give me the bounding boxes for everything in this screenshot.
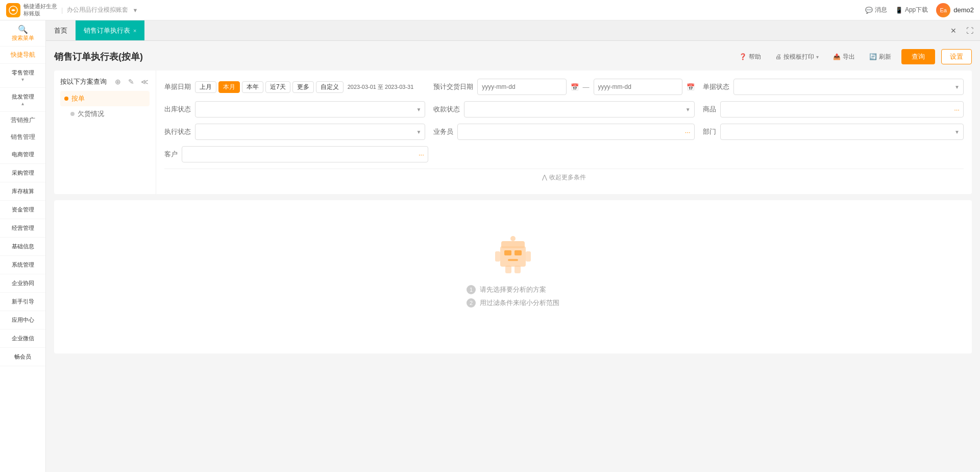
customer-dots-btn[interactable]: ··· [419,151,424,158]
app-download-btn[interactable]: 📱 App下载 [895,6,928,14]
svg-rect-2 [504,250,511,255]
user-area[interactable]: Ea demo2 [936,3,974,17]
quick-custom[interactable]: 自定义 [316,81,344,93]
execution-status-select[interactable] [195,124,425,140]
logo-icon [6,3,20,17]
quick-this-year[interactable]: 本年 [242,81,263,93]
tab-close-window-btn[interactable]: ✕ [947,25,960,37]
tree-item-shortage[interactable]: 欠货情况 [60,106,150,122]
tab-bar-actions: ✕ ⛶ [947,25,980,37]
filter-row-2: 出库状态 ▼ 收款状态 [164,101,964,117]
expected-date-group: 预计交货日期 📅 — 📅 [433,79,694,95]
collection-status-label: 收款状态 [433,105,460,114]
single-date-group: 单据日期 上月 本月 本年 近7天 更多 自定义 2023-03-01 至 20… [164,81,425,93]
left-query-panel: 按以下方案查询 ⊕ ✎ ≪ 按单 欠货情况 [54,70,156,194]
logo-text: 畅捷通好生意 标账版 [23,3,57,16]
single-status-control: ▼ [733,79,964,95]
salesperson-control: ··· [457,124,694,140]
tip-num-2: 2 [467,298,476,308]
execution-status-label: 执行状态 [164,127,191,136]
department-label: 部门 [703,127,716,136]
quick-last-month[interactable]: 上月 [195,81,216,93]
sidebar-item-sales-mgmt[interactable]: 销售管理 [0,129,45,146]
collapse-bar[interactable]: ⋀ 收起更多条件 [164,169,964,186]
export-btn[interactable]: 📤 导出 [829,51,859,63]
empty-tip-2: 2 用过滤条件来缩小分析范围 [467,298,559,308]
left-panel-header: 按以下方案查询 ⊕ ✎ ≪ [60,77,150,87]
tab-close-btn[interactable]: × [133,28,136,34]
sidebar-item-marketing[interactable]: 营销推广 [0,112,45,129]
quick-more[interactable]: 更多 [292,81,314,93]
collapse-label: 收起更多条件 [549,174,586,181]
tree-item-single[interactable]: 按单 [60,91,150,106]
tab-home[interactable]: 首页 [46,20,76,40]
date-range-display: 2023-03-01 至 2023-03-31 [348,83,414,91]
sidebar-wholesale-submenu: 营销推广 销售管理 [0,112,45,146]
breadcrumb: 办公用品行业模拟账套 [67,6,128,14]
tab-sales-exec[interactable]: 销售订单执行表 × [76,20,144,40]
print-btn[interactable]: 🖨 按模板打印 ▾ [771,51,823,63]
filter-row-1: 单据日期 上月 本月 本年 近7天 更多 自定义 2023-03-01 至 20… [164,79,964,95]
goods-group: 商品 ··· [703,101,964,117]
add-scheme-btn[interactable]: ⊕ [113,77,123,87]
sidebar-item-operation[interactable]: 经营管理 [0,219,45,238]
sidebar-item-member[interactable]: 畅会员 [0,348,45,366]
avatar: Ea [936,3,950,17]
sidebar-item-quicknav[interactable]: 快捷导航 [0,46,45,64]
delivery-status-select[interactable] [195,101,425,117]
sidebar: 🔍 搜索菜单 快捷导航 零售管理 ▾ 批发管理 ▴ 营销推广 销售管理 电商管理… [0,20,46,472]
filter-row-3: 执行状态 ▼ 业务员 ·· [164,124,964,140]
settings-btn[interactable]: 设置 [941,49,972,64]
svg-rect-5 [495,251,500,262]
sidebar-item-purchase[interactable]: 采购管理 [0,164,45,182]
page-title: 销售订单执行表(按单) [54,51,143,63]
tip-num-1: 1 [467,285,476,294]
tab-expand-btn[interactable]: ⛶ [964,25,976,37]
sidebar-item-system[interactable]: 系统管理 [0,256,45,274]
edit-scheme-btn[interactable]: ✎ [126,77,136,87]
sidebar-item-wholesale[interactable]: 批发管理 ▴ [0,88,45,112]
cal-icon-end[interactable]: 📅 [687,83,695,91]
cal-icon-start[interactable]: 📅 [571,83,579,91]
sidebar-item-retail[interactable]: 零售管理 ▾ [0,64,45,88]
query-btn[interactable]: 查询 [901,49,935,64]
sidebar-item-corpwechat[interactable]: 企业微信 [0,329,45,348]
sidebar-item-search[interactable]: 🔍 搜索菜单 [0,20,45,46]
refresh-btn[interactable]: 🔄 刷新 [865,51,895,63]
department-control: ▼ [720,124,964,140]
execution-status-control: ▼ [195,124,425,140]
sidebar-item-ecommerce[interactable]: 电商管理 [0,146,45,164]
goods-control: ··· [720,101,964,117]
single-status-select[interactable] [733,79,964,95]
sidebar-item-finance[interactable]: 资金管理 [0,201,45,219]
collection-status-control: ▼ [464,101,694,117]
goods-dots-btn[interactable]: ··· [954,106,960,113]
help-btn[interactable]: ❓ 帮助 [735,51,765,63]
sidebar-item-basic[interactable]: 基础信息 [0,238,45,256]
header-left: 畅捷通好生意 标账版 | 办公用品行业模拟账套 ▼ [6,3,138,17]
messages-btn[interactable]: 💬 消息 [865,6,887,14]
customer-group: 客户 ··· [164,146,428,162]
sidebar-item-inventory[interactable]: 库存核算 [0,182,45,201]
svg-rect-6 [526,251,531,262]
date-separator: — [583,83,590,91]
expected-date-end[interactable] [594,79,682,95]
header-right: 💬 消息 📱 App下载 Ea demo2 [865,3,974,17]
salesperson-input[interactable] [457,124,694,140]
sidebar-item-newuser[interactable]: 新手引导 [0,293,45,311]
svg-rect-9 [501,241,525,248]
salesperson-dots-btn[interactable]: ··· [685,128,691,136]
tree-dot-gray [70,112,75,116]
empty-tip-1: 1 请先选择要分析的方案 [467,285,559,294]
goods-input[interactable] [720,101,964,117]
print-icon: 🖨 [775,53,781,60]
department-select[interactable] [720,124,964,140]
sidebar-item-enterprise[interactable]: 企业协同 [0,274,45,293]
collection-status-select[interactable] [464,101,694,117]
expected-date-start[interactable] [477,79,566,95]
quick-this-month[interactable]: 本月 [218,81,240,93]
collapse-panel-btn[interactable]: ≪ [139,77,150,87]
customer-input[interactable] [182,146,428,162]
sidebar-item-appcenter[interactable]: 应用中心 [0,311,45,329]
quick-7days[interactable]: 近7天 [265,81,290,93]
